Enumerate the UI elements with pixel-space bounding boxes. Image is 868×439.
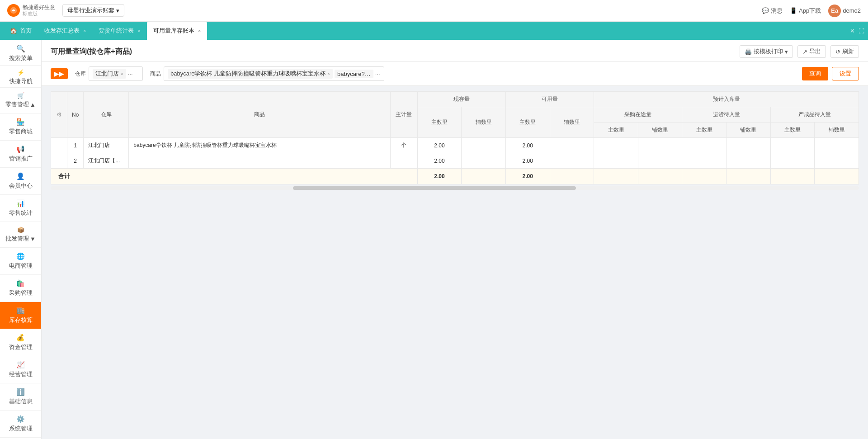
cell-inbound-main xyxy=(682,153,726,169)
template-print-button[interactable]: 🖨️ 按模板打印 ▾ xyxy=(740,45,793,58)
sidebar-item-retail-stats[interactable]: 📊 零售统计 xyxy=(0,195,41,222)
sidebar-inventory-label: 库存核算 xyxy=(9,316,33,324)
tab-order-label: 要货单统计表 xyxy=(99,27,134,35)
sidebar-item-inventory[interactable]: 🏬 库存核算 xyxy=(0,302,41,329)
download-icon: 📱 xyxy=(790,7,797,14)
sidebar-retail-label: 零售管理 xyxy=(5,100,29,109)
download-btn[interactable]: 📱 App下载 xyxy=(790,7,821,15)
top-bar-right: 💬 消息 📱 App下载 Ea demo2 xyxy=(762,5,861,17)
warehouse-input[interactable]: 江北门店 × ··· xyxy=(89,66,143,81)
th-product: 商品 xyxy=(129,92,390,138)
tab-order-summary[interactable]: 要货单统计表 × xyxy=(92,22,146,40)
tab-available-label: 可用量库存账本 xyxy=(153,27,194,35)
refresh-button[interactable]: ↺ 刷新 xyxy=(830,45,859,58)
cell-purchase-sub xyxy=(638,153,682,169)
th-purchase-main: 主数里 xyxy=(594,123,638,138)
logo-sub: 标准版 xyxy=(23,10,55,17)
product-tag-value: babycare学饮杯 儿童防摔防撞吸管杯重力球吸嘴杯宝宝水杯 xyxy=(170,70,326,78)
horizontal-scrollbar[interactable] xyxy=(51,186,859,190)
query-button[interactable]: 查询 xyxy=(802,67,828,80)
cell-available-main: 2.00 xyxy=(505,153,550,169)
sidebar-ecommerce-label: 电商管理 xyxy=(9,262,33,270)
product-tag: babycare学饮杯 儿童防摔防撞吸管杯重力球吸嘴杯宝宝水杯 × xyxy=(168,69,333,79)
nav-close-icon[interactable]: ✕ xyxy=(850,28,855,34)
scrollbar-thumb xyxy=(293,186,576,190)
th-unit: 主计量 xyxy=(390,92,417,138)
tab-income-summary[interactable]: 收发存汇总表 × xyxy=(38,22,92,40)
cell-available-main: 2.00 xyxy=(505,138,550,153)
download-label: App下载 xyxy=(799,7,821,15)
chevron-icon: ▲ xyxy=(30,101,36,108)
sidebar-quicknav[interactable]: ⚡ 快捷导航 xyxy=(0,66,41,88)
warehouse-label: 仓库 xyxy=(75,70,86,78)
product-dots[interactable]: ··· xyxy=(375,71,380,77)
export-label: 导出 xyxy=(809,47,821,56)
message-icon: 💬 xyxy=(762,7,769,14)
nav-expand-icon[interactable]: ⛶ xyxy=(859,28,864,34)
sidebar-item-wholesale[interactable]: 📦 批发管理 ▼ xyxy=(0,222,41,248)
sidebar-item-purchase[interactable]: 🛍️ 采购管理 xyxy=(0,275,41,302)
sidebar-item-operations[interactable]: 📈 经营管理 xyxy=(0,356,41,383)
cell-production-main xyxy=(770,153,815,169)
page-header: 可用量查询(按仓库+商品) 🖨️ 按模板打印 ▾ ↗ 导出 ↺ 刷新 xyxy=(42,40,868,62)
data-table: ⚙ No 仓库 商品 主计量 现存量 可用量 预计入库量 主数里 辅数里 主数里 xyxy=(51,91,859,184)
product-tag-close[interactable]: × xyxy=(327,71,330,76)
th-inbound-sub: 辅数里 xyxy=(726,123,771,138)
page-title: 可用量查询(按仓库+商品) xyxy=(51,47,132,57)
product-input[interactable]: babycare学饮杯 儿童防摔防撞吸管杯重力球吸嘴杯宝宝水杯 × babyca… xyxy=(164,66,384,81)
printer-icon: 🖨️ xyxy=(745,48,752,55)
main-layout: 🔍 搜索菜单 ⚡ 快捷导航 🛒 零售管理 ▲ 🏪 零售商城 📢 营销推广 👤 会… xyxy=(0,40,868,439)
nav-right-icons: ✕ ⛶ xyxy=(850,28,868,34)
industry-selector[interactable]: 母婴行业演示账套 ▾ xyxy=(62,4,124,17)
sidebar-item-finance[interactable]: 💰 资金管理 xyxy=(0,329,41,356)
tab-home[interactable]: 🏠 首页 xyxy=(4,22,38,40)
message-btn[interactable]: 💬 消息 xyxy=(762,7,783,15)
home-icon: 🏠 xyxy=(10,28,17,34)
finance-icon: 💰 xyxy=(16,334,25,342)
sidebar-search[interactable]: 🔍 搜索菜单 xyxy=(0,40,41,66)
cell-stock-main: 2.00 xyxy=(417,153,462,169)
cell-unit xyxy=(390,153,417,169)
footer-production-sub xyxy=(815,169,859,184)
shop-icon: 🏪 xyxy=(16,118,25,126)
retail-icon: 🛒 xyxy=(17,92,24,99)
search-icon: 🔍 xyxy=(16,44,25,53)
content: 可用量查询(按仓库+商品) 🖨️ 按模板打印 ▾ ↗ 导出 ↺ 刷新 ▶▶ xyxy=(42,40,868,439)
cell-purchase-sub xyxy=(638,138,682,153)
sidebar-retail-stats-label: 零售统计 xyxy=(9,209,33,217)
export-button[interactable]: ↗ 导出 xyxy=(797,45,826,58)
tab-income-close[interactable]: × xyxy=(83,28,86,33)
th-stock-group: 现存量 xyxy=(417,92,505,107)
cell-warehouse: 江北门店【... xyxy=(84,153,129,169)
sidebar-item-marketing[interactable]: 📢 营销推广 xyxy=(0,141,41,168)
purchase-icon: 🛍️ xyxy=(16,279,25,288)
warehouse-tag-close[interactable]: × xyxy=(121,71,123,76)
sidebar-item-ecommerce[interactable]: 🌐 电商管理 xyxy=(0,248,41,275)
cell-product xyxy=(129,153,390,169)
tab-order-close[interactable]: × xyxy=(137,28,140,33)
sidebar-item-member[interactable]: 👤 会员中心 xyxy=(0,168,41,195)
ecommerce-icon: 🌐 xyxy=(16,252,25,260)
column-settings-icon[interactable]: ⚙ xyxy=(57,111,62,118)
sidebar-item-system[interactable]: ⚙️ 系统管理 xyxy=(0,411,41,438)
settings-button[interactable]: 设置 xyxy=(832,67,859,80)
tab-available-stock[interactable]: 可用量库存账本 × xyxy=(147,22,207,40)
table-row: 2 江北门店【... 2.00 2.00 xyxy=(51,153,859,169)
product-tag2-value: babycare?… xyxy=(337,71,371,77)
filter-toggle-button[interactable]: ▶▶ xyxy=(51,68,68,79)
cell-warehouse: 江北门店 xyxy=(84,138,129,153)
sidebar-item-basic-info[interactable]: ℹ️ 基础信息 xyxy=(0,383,41,411)
cell-available-sub xyxy=(550,138,594,153)
tab-available-close[interactable]: × xyxy=(198,28,201,33)
th-available-sub: 辅数里 xyxy=(550,107,594,138)
footer-stock-main: 2.00 xyxy=(417,169,462,184)
warehouse-dots[interactable]: ··· xyxy=(128,71,133,77)
logo-text: 畅捷通好生意 xyxy=(23,4,55,10)
user-area[interactable]: Ea demo2 xyxy=(828,5,861,17)
footer-stock-sub xyxy=(462,169,506,184)
marketing-icon: 📢 xyxy=(16,145,25,153)
message-label: 消息 xyxy=(771,7,783,15)
sidebar-item-retail-shop[interactable]: 🏪 零售商城 xyxy=(0,113,41,141)
chevron-down-icon: ▾ xyxy=(116,7,119,14)
sidebar-item-retail[interactable]: 🛒 零售管理 ▲ xyxy=(0,88,41,113)
